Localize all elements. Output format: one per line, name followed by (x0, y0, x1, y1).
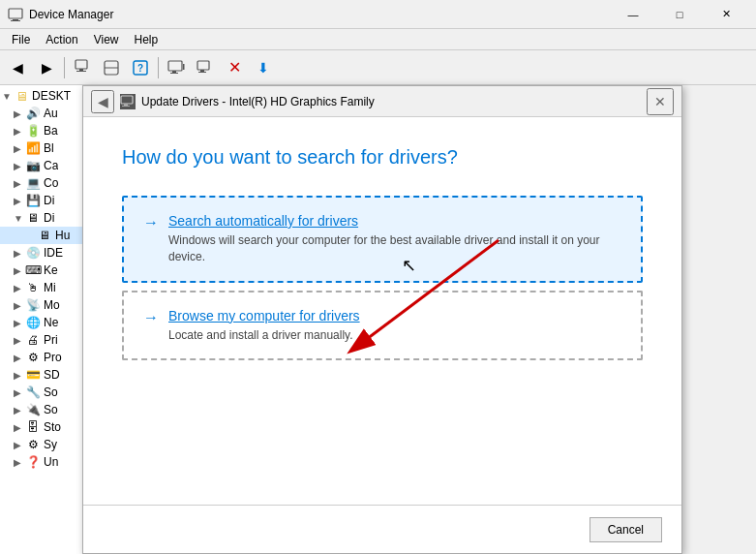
dialog-footer: Cancel (83, 505, 681, 553)
cancel-button[interactable]: Cancel (590, 517, 662, 542)
toolbar: ◀ ▶ ? (0, 50, 756, 85)
toolbar-separator-1 (64, 57, 65, 78)
svg-rect-5 (76, 71, 86, 72)
close-button[interactable]: ✕ (704, 1, 748, 28)
option1-arrow-icon: → (143, 214, 159, 231)
tree-expand-root: ▼ (2, 91, 14, 102)
browse-manual-option[interactable]: → Browse my computer for drivers Locate … (122, 291, 643, 361)
option2-arrow-icon: → (143, 309, 159, 326)
dialog-question: How do you want to search for drivers? (122, 146, 643, 169)
title-bar: Device Manager — □ ✕ (0, 0, 756, 29)
maximize-button[interactable]: □ (657, 1, 702, 28)
svg-rect-3 (76, 60, 87, 69)
tree-root-label: DESKT (32, 89, 71, 103)
dialog-title-text: Update Drivers - Intel(R) HD Graphics Fa… (141, 95, 647, 108)
toolbar-separator-2 (158, 57, 159, 78)
svg-rect-15 (200, 70, 204, 72)
menu-action[interactable]: Action (38, 31, 85, 48)
svg-rect-18 (124, 104, 128, 106)
svg-rect-13 (183, 64, 185, 70)
toolbar-properties[interactable] (69, 54, 96, 81)
content-area: ▼ 🖥 DESKT ▶ 🔊 Au ▶ 🔋 Ba ▶ 📶 Bl ▶ (0, 85, 756, 554)
svg-rect-17 (121, 96, 133, 104)
window-title: Device Manager (29, 8, 611, 21)
svg-rect-2 (11, 20, 20, 21)
toolbar-help[interactable]: ? (127, 54, 154, 81)
svg-rect-4 (79, 69, 83, 71)
menu-file[interactable]: File (4, 31, 38, 48)
search-auto-option[interactable]: → Search automatically for drivers Windo… (122, 196, 643, 283)
toolbar-remove[interactable]: ✕ (221, 54, 248, 81)
svg-rect-11 (172, 71, 176, 73)
menu-help[interactable]: Help (127, 31, 166, 48)
dialog-close-button[interactable]: ✕ (647, 88, 674, 115)
toolbar-device[interactable] (192, 54, 219, 81)
svg-rect-10 (168, 61, 182, 71)
option1-description: Windows will search your computer for th… (168, 232, 621, 265)
toolbar-monitor[interactable] (163, 54, 190, 81)
option2-description: Locate and install a driver manually. (168, 327, 360, 344)
svg-rect-12 (170, 73, 178, 74)
dialog-back-button[interactable]: ◀ (91, 90, 114, 113)
svg-rect-0 (9, 9, 22, 18)
window-controls: — □ ✕ (611, 1, 748, 28)
svg-rect-16 (198, 72, 206, 73)
toolbar-update[interactable]: ⬇ (250, 54, 277, 81)
svg-rect-14 (197, 61, 209, 70)
menu-bar: File Action View Help (0, 29, 756, 50)
dialog-title-bar: ◀ Update Drivers - Intel(R) HD Graphics … (83, 86, 681, 117)
menu-view[interactable]: View (86, 31, 127, 48)
svg-rect-19 (122, 106, 130, 107)
dialog-title-icon (120, 94, 136, 109)
option2-content: Browse my computer for drivers Locate an… (168, 308, 360, 344)
minimize-button[interactable]: — (611, 1, 655, 28)
option2-title[interactable]: Browse my computer for drivers (168, 308, 360, 323)
toolbar-scan[interactable] (98, 54, 125, 81)
tree-root-icon: 🖥 (14, 88, 29, 104)
toolbar-forward[interactable]: ▶ (33, 54, 60, 81)
option1-title[interactable]: Search automatically for drivers (168, 213, 621, 229)
dialog-body: How do you want to search for drivers? →… (83, 117, 681, 505)
toolbar-back[interactable]: ◀ (4, 54, 31, 81)
title-icon (8, 7, 23, 22)
main-window: Device Manager — □ ✕ File Action View He… (0, 0, 756, 554)
svg-text:?: ? (137, 63, 143, 74)
update-drivers-dialog: ◀ Update Drivers - Intel(R) HD Graphics … (82, 85, 682, 554)
option1-content: Search automatically for drivers Windows… (168, 213, 621, 265)
